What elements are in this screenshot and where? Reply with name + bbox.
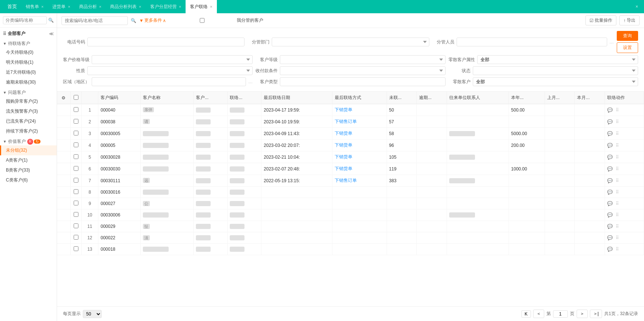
action-grid-icon[interactable]: ⠿ — [616, 131, 619, 136]
sidebar-item-tomorrow[interactable]: 明天待联络(1) — [0, 57, 57, 67]
filter-dept-select[interactable] — [272, 38, 429, 46]
sidebar-all-customers[interactable]: ⠿ 全部客户 ≪ — [0, 28, 57, 38]
action-grid-icon[interactable]: ⠿ — [616, 166, 619, 172]
close-all-tabs[interactable]: × — [633, 3, 641, 11]
sidebar-item-b-class[interactable]: B类客户(33) — [0, 165, 57, 175]
th-type[interactable]: 客户... — [194, 92, 228, 104]
sidebar-group-value[interactable]: ▼ 价值客户 R ↻ — [0, 136, 57, 145]
td-last-method[interactable]: 下销售订单 — [332, 116, 387, 128]
close-tab-analysis[interactable]: × — [99, 4, 101, 9]
sidebar-item-declining[interactable]: 持续下滑客户(2) — [0, 126, 57, 136]
close-tab-customer-tier[interactable]: × — [179, 4, 181, 9]
filter-retail-customer-select[interactable]: 全部 — [473, 77, 638, 86]
person-more-icon[interactable]: … — [609, 39, 614, 45]
nav-tab-customer-tier[interactable]: 客户分层经营 × — [146, 0, 186, 13]
td-last-method[interactable]: 下销货单 — [332, 128, 387, 140]
action-grid-icon[interactable]: ⠿ — [616, 190, 619, 195]
filter-search-icon[interactable]: 🔍 — [131, 18, 136, 23]
first-page-btn[interactable]: K — [521, 310, 531, 318]
action-grid-icon[interactable]: ⠿ — [616, 143, 619, 148]
action-grid-icon[interactable]: ⠿ — [616, 201, 619, 206]
th-checkbox[interactable] — [70, 92, 81, 104]
prev-page-btn[interactable]: ＜ — [533, 310, 544, 318]
filter-retail-attr-select[interactable]: 全部 — [477, 55, 638, 64]
td-checkbox[interactable] — [70, 128, 81, 140]
export-btn[interactable]: ↑ 导出 — [619, 15, 640, 25]
td-last-method[interactable]: 下销货单 — [332, 104, 387, 116]
action-message-icon[interactable]: 💬 — [607, 201, 613, 206]
action-message-icon[interactable]: 💬 — [607, 235, 613, 240]
nav-tab-purchase[interactable]: 进货单 × — [48, 0, 74, 13]
sidebar-item-churn-warning[interactable]: 流失预警客户(3) — [0, 106, 57, 116]
filter-customer-type-input[interactable] — [280, 77, 445, 86]
filter-region-input[interactable] — [92, 77, 246, 86]
sidebar-collapse-btn[interactable]: ≪ — [49, 31, 54, 36]
action-message-icon[interactable]: 💬 — [607, 155, 613, 160]
th-code[interactable]: 客户编码 — [98, 92, 141, 104]
th-last-method[interactable]: 最后联络方式 — [332, 92, 387, 104]
next-page-btn[interactable]: ＞ — [577, 310, 588, 318]
td-checkbox[interactable] — [70, 175, 81, 187]
th-last-month[interactable]: 上月... — [545, 92, 575, 104]
last-page-btn[interactable]: ＞| — [590, 310, 602, 318]
td-checkbox[interactable] — [70, 187, 81, 198]
batch-operation-btn[interactable]: ☑ 批量操作 — [585, 15, 616, 25]
per-page-select[interactable]: 50 100 — [83, 310, 102, 318]
sidebar-search-input[interactable] — [3, 16, 47, 24]
action-message-icon[interactable]: 💬 — [607, 178, 613, 183]
td-checkbox[interactable] — [70, 209, 81, 221]
sidebar-item-today[interactable]: 今天待联络(0) — [0, 47, 57, 57]
action-grid-icon[interactable]: ⠿ — [616, 178, 619, 183]
th-settings[interactable]: ⚙ — [57, 92, 70, 104]
td-last-method[interactable] — [332, 209, 387, 221]
td-last-method[interactable] — [332, 232, 387, 244]
th-this-year[interactable]: 本年... — [509, 92, 545, 104]
sidebar-item-c-class[interactable]: C类客户(6) — [0, 175, 57, 185]
sidebar-item-ungrouped[interactable]: 未分组(32) — [0, 145, 57, 155]
filter-person-input[interactable] — [457, 38, 607, 46]
filter-nature-select[interactable] — [87, 66, 253, 75]
td-checkbox[interactable] — [70, 198, 81, 209]
action-message-icon[interactable]: 💬 — [607, 131, 613, 136]
nav-tab-sales[interactable]: 销售单 × — [21, 0, 48, 13]
th-overdue[interactable]: 逾期... — [417, 92, 447, 104]
action-grid-icon[interactable]: ⠿ — [616, 155, 619, 160]
my-customers-filter[interactable]: 我分管的客户 — [169, 17, 263, 24]
close-tab-purchase[interactable]: × — [68, 4, 70, 9]
query-btn[interactable]: 查询 — [617, 31, 638, 41]
td-checkbox[interactable] — [70, 232, 81, 244]
sidebar-group-pending[interactable]: ▼ 待联络客户 — [0, 38, 57, 47]
region-more-icon[interactable]: … — [248, 79, 253, 84]
action-message-icon[interactable]: 💬 — [607, 119, 613, 124]
sidebar-group-problem[interactable]: ▼ 问题客户 — [0, 87, 57, 96]
reset-btn[interactable]: 设置 — [617, 42, 638, 53]
action-message-icon[interactable]: 💬 — [607, 190, 613, 195]
sidebar-item-overdue[interactable]: 逾期未联络(30) — [0, 77, 57, 87]
action-message-icon[interactable]: 💬 — [607, 247, 613, 252]
sidebar-item-a-class[interactable]: A类客户(1) — [0, 155, 57, 165]
close-tab-customer-contact[interactable]: × — [210, 4, 212, 9]
th-name[interactable]: 客户名称 — [141, 92, 194, 104]
filter-customer-level-select[interactable] — [280, 55, 445, 64]
action-message-icon[interactable]: 💬 — [607, 224, 613, 229]
nav-tab-analysis-list[interactable]: 商品分析列表 × — [106, 0, 145, 13]
close-tab-analysis-list[interactable]: × — [139, 4, 141, 9]
td-checkbox[interactable] — [70, 140, 81, 151]
td-last-method[interactable]: 下销售订单 — [332, 175, 387, 187]
action-grid-icon[interactable]: ⠿ — [616, 235, 619, 240]
td-last-method[interactable]: 下销货单 — [332, 163, 387, 175]
my-customers-checkbox[interactable] — [169, 18, 235, 23]
search-input[interactable] — [61, 16, 128, 25]
filter-phone-input[interactable] — [87, 38, 244, 46]
td-last-method[interactable]: 下销货单 — [332, 151, 387, 163]
td-checkbox[interactable] — [70, 116, 81, 128]
sidebar-item-churned[interactable]: 已流失客户(24) — [0, 116, 57, 126]
action-message-icon[interactable]: 💬 — [607, 166, 613, 172]
td-last-method[interactable] — [332, 198, 387, 209]
select-all-checkbox[interactable] — [74, 95, 78, 100]
action-message-icon[interactable]: 💬 — [607, 143, 613, 148]
action-grid-icon[interactable]: ⠿ — [616, 119, 619, 124]
sidebar-search-icon[interactable]: 🔍 — [48, 18, 54, 23]
th-contact[interactable]: 联络... — [228, 92, 261, 104]
td-checkbox[interactable] — [70, 163, 81, 175]
